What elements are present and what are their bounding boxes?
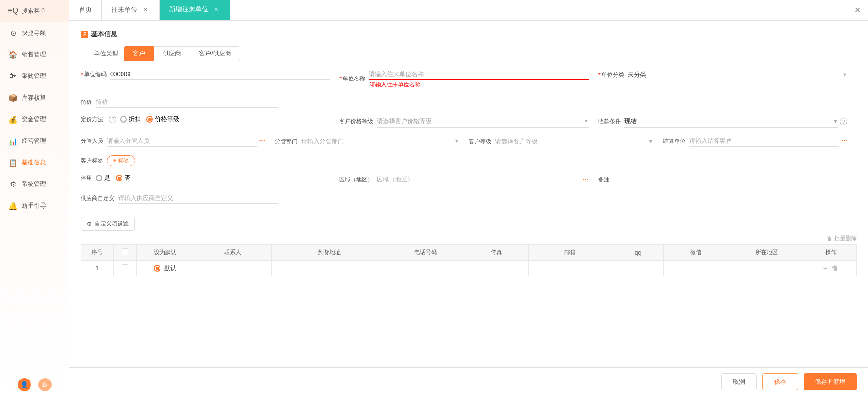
table-cell-phone [387, 261, 464, 276]
sidebar-item-basic-info[interactable]: 📋 基础信息 [0, 152, 69, 173]
unit-type-row: 单位类型 客户 供应商 客户/供应商 [81, 46, 857, 61]
unit-code-input[interactable] [110, 69, 330, 80]
col-header-email: 邮箱 [528, 245, 612, 261]
basic-info-icon: 📋 [8, 158, 18, 167]
cancel-button[interactable]: 取消 [721, 373, 757, 390]
customer-level-field: 客户等级 请选择客户等级 ▼ [469, 135, 654, 148]
dept-label: 分管部门 [275, 138, 297, 146]
table-add-row-btn[interactable]: + [823, 264, 827, 272]
sidebar-item-system[interactable]: ⚙ 系统管理 [0, 173, 69, 195]
save-new-button[interactable]: 保存并新增 [804, 373, 857, 390]
region-field: 区域（地区） ··· [339, 174, 588, 185]
manager-more-btn[interactable]: ··· [259, 137, 265, 145]
unit-type-supplier[interactable]: 供应商 [154, 46, 190, 61]
remark-input[interactable] [613, 174, 847, 185]
tab-new-partner[interactable]: 新增往来单位 ✕ [160, 0, 230, 20]
tab-home[interactable]: 首页 [69, 0, 102, 20]
col-header-contact: 联系人 [194, 245, 271, 261]
unit-type-customer[interactable]: 客户 [124, 46, 154, 61]
sidebar-item-guide[interactable]: 🔔 新手引导 [0, 195, 69, 217]
tag-add-button[interactable]: + 标签 [107, 155, 135, 166]
pricing-price-level-circle [146, 116, 153, 123]
tag-add-label: + 标签 [113, 157, 129, 165]
remark-field: 备注 [598, 174, 847, 185]
user-avatar[interactable]: 👤 [18, 378, 31, 391]
sidebar: ≡Q 搜索菜单 ⊙ 快捷导航 🏠 销售管理 🛍 采购管理 📦 库存核算 💰 资金… [0, 0, 69, 396]
pricing-help-icon[interactable]: ? [109, 116, 116, 123]
dept-select[interactable]: 请输入分管部门 ▼ [301, 135, 460, 148]
disabled-radio-group: 是 否 [96, 174, 130, 182]
manager-input[interactable] [107, 135, 257, 147]
form-row-6: 停用 是 否 [81, 174, 857, 185]
window-close-button[interactable]: ✕ [847, 6, 868, 15]
settings-bottom-icon[interactable]: ⚙ [38, 378, 52, 391]
form-row-4: 分管人员 ··· 分管部门 请输入分管部门 ▼ 客户等级 请选择客户 [81, 135, 857, 148]
sidebar-item-quick-nav[interactable]: ⊙ 快捷导航 [0, 22, 69, 44]
short-name-input[interactable] [96, 96, 278, 108]
tab-new-partner-close[interactable]: ✕ [212, 5, 221, 14]
batch-delete-button[interactable]: 🗑 批量删除 [827, 234, 857, 242]
tab-partner[interactable]: 往来单位 ✕ [102, 0, 160, 20]
batch-delete-label: 批量删除 [834, 234, 857, 242]
unit-name-input-row [369, 69, 588, 80]
table-header-row: 序号 设为默认 联系人 到货地址 [81, 245, 857, 261]
table-default-radio[interactable]: 默认 [139, 264, 191, 272]
payment-label: 收款条件 [598, 117, 621, 125]
disabled-radio-yes[interactable]: 是 [96, 174, 110, 182]
sidebar-item-finance-label: 资金管理 [22, 115, 46, 124]
pricing-radio-discount[interactable]: 折扣 [120, 115, 141, 124]
tab-new-partner-label: 新增往来单位 [169, 5, 208, 14]
table-row: 1 默认 [81, 261, 857, 276]
customer-price-select[interactable]: 请选择客户价格等级 ▼ [377, 115, 588, 128]
tab-partner-close[interactable]: ✕ [141, 6, 150, 14]
col-header-region: 所在地区 [728, 245, 805, 261]
region-input[interactable] [377, 174, 580, 185]
form-row-7: 供应商自定义 [81, 193, 857, 204]
customer-price-arrow: ▼ [584, 118, 589, 124]
unit-name-required: * [339, 75, 342, 82]
sidebar-item-operations[interactable]: 📊 经营管理 [0, 130, 69, 152]
pricing-radio-price-level[interactable]: 价格等级 [146, 115, 179, 124]
unit-category-required: * [598, 71, 601, 78]
table-cell-wechat [663, 261, 728, 276]
sidebar-item-inventory[interactable]: 📦 库存核算 [0, 87, 69, 109]
unit-name-input[interactable] [369, 69, 588, 80]
region-more-btn[interactable]: ··· [582, 175, 588, 184]
system-icon: ⚙ [8, 179, 18, 189]
dept-arrow: ▼ [454, 139, 459, 144]
sidebar-item-operations-label: 经营管理 [22, 137, 46, 145]
unit-code-label: 单位编码 [84, 70, 107, 78]
sidebar-item-sales[interactable]: 🏠 销售管理 [0, 44, 69, 65]
settlement-more-btn[interactable]: ··· [841, 137, 847, 145]
save-button[interactable]: 保存 [762, 373, 798, 390]
table-select-all-checkbox[interactable] [122, 248, 128, 255]
payment-select[interactable]: 现结 ▼ [624, 115, 838, 128]
remark-label: 备注 [598, 176, 609, 184]
custom-settings-label: 自定义项设置 [95, 220, 129, 228]
supplier-custom-input[interactable] [118, 193, 278, 204]
sidebar-item-search[interactable]: ≡Q 搜索菜单 [0, 0, 69, 22]
form-row-1: * 单位编码 * 单位名称 请输入往来单位名称 [81, 69, 857, 89]
sidebar-item-purchase[interactable]: 🛍 采购管理 [0, 65, 69, 87]
customer-price-field: 客户价格等级 请选择客户价格等级 ▼ [339, 115, 588, 128]
unit-category-arrow: ▼ [842, 72, 847, 78]
customer-level-select[interactable]: 请选择客户等级 ▼ [495, 135, 654, 148]
sidebar-item-finance[interactable]: 💰 资金管理 [0, 109, 69, 130]
custom-settings-button[interactable]: ⚙ 自定义项设置 [81, 217, 135, 231]
disabled-radio-no[interactable]: 否 [116, 174, 130, 182]
unit-type-both[interactable]: 客户/供应商 [190, 46, 240, 61]
customer-price-placeholder: 请选择客户价格等级 [377, 117, 581, 125]
payment-arrow: ▼ [833, 118, 838, 124]
customer-level-placeholder: 请选择客户等级 [495, 137, 647, 146]
table-cell-fax [464, 261, 528, 276]
settlement-input[interactable] [689, 135, 839, 147]
unit-name-field-inner: 请输入往来单位名称 [369, 69, 588, 89]
payment-help-icon[interactable]: ? [840, 118, 847, 125]
payment-value: 现结 [624, 117, 831, 125]
table-row-checkbox[interactable] [122, 264, 128, 271]
unit-category-select[interactable]: 未分类 ▼ [628, 69, 847, 81]
sidebar-item-guide-label: 新手引导 [22, 202, 46, 210]
sidebar-item-system-label: 系统管理 [22, 180, 46, 188]
main-area: 首页 往来单位 ✕ 新增往来单位 ✕ ✕ F 基本信息 单位类型 客户 供应商 … [69, 0, 868, 396]
table-delete-row-btn[interactable]: 🗑 [831, 264, 838, 272]
